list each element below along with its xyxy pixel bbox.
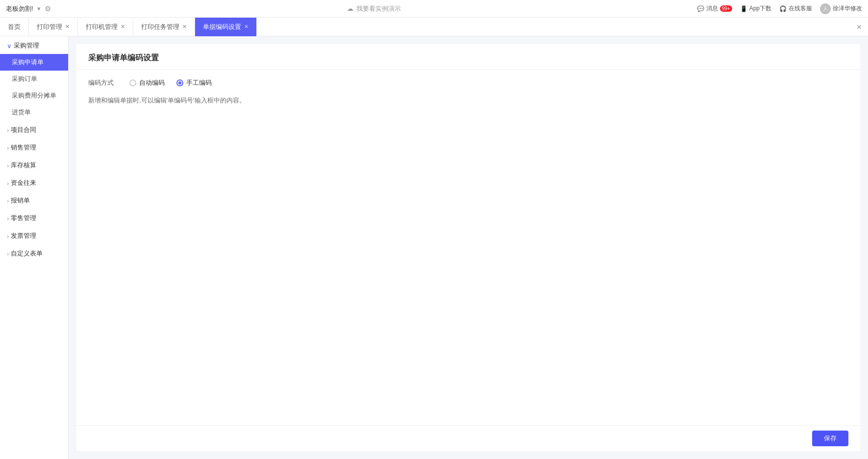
sidebar-item-purchase-order[interactable]: 采购订单 <box>0 71 68 87</box>
project-contract-arrow: › <box>7 127 9 134</box>
message-button[interactable]: 💬 消息 99+ <box>697 4 732 13</box>
cloud-icon: ☁ <box>347 5 353 12</box>
avatar: 人 <box>820 3 831 14</box>
sidebar: ∨ 采购管理 采购申请单 采购订单 采购费用分摊单 进货单 › <box>0 36 69 459</box>
page-title: 采购申请单编码设置 <box>88 53 159 62</box>
coding-method-row: 编码方式 自动编码 手工编码 <box>88 78 848 87</box>
user-area[interactable]: 人 徐泽华修改 <box>820 3 862 14</box>
app-download-label: App下数 <box>749 4 771 13</box>
settings-icon[interactable]: ⚙ <box>45 4 51 13</box>
radio-auto-label: 自动编码 <box>139 78 165 87</box>
sidebar-group-sales[interactable]: › 销售管理 <box>0 138 68 156</box>
sidebar-item-stock-in[interactable]: 进货单 <box>0 104 68 121</box>
top-bar-right: 💬 消息 99+ 📱 App下数 🎧 在线客服 人 徐泽华修改 <box>697 3 862 14</box>
tab-print-task-mgmt-close[interactable]: ✕ <box>182 24 187 30</box>
purchase-collapse-arrow: ∨ <box>7 42 12 50</box>
top-bar-center: ☁ 我要看实例演示 <box>347 4 401 13</box>
inventory-arrow: › <box>7 162 9 169</box>
content-card: 采购申请单编码设置 编码方式 自动编码 <box>76 44 860 451</box>
tab-printer-mgmt-label: 打印机管理 <box>86 23 118 31</box>
radio-manual-circle <box>176 79 183 86</box>
sidebar-item-purchase-expense[interactable]: 采购费用分摊单 <box>0 87 68 104</box>
user-name: 徐泽华修改 <box>833 4 862 13</box>
top-bar-left: 老板勿割! ▾ ⚙ <box>6 4 51 13</box>
tab-home-label: 首页 <box>8 23 21 31</box>
message-badge: 99+ <box>720 5 732 12</box>
close-all-icon: ✕ <box>856 23 862 31</box>
radio-manual-dot <box>178 81 181 84</box>
tab-printer-mgmt-close[interactable]: ✕ <box>121 24 125 30</box>
sales-arrow: › <box>7 144 9 152</box>
info-text: 新增和编辑单据时,可以编辑'单编码号'输入框中的内容。 <box>88 96 848 105</box>
tab-home[interactable]: 首页 <box>0 18 29 36</box>
tab-print-mgmt-close[interactable]: ✕ <box>65 24 70 30</box>
sidebar-group-invoice[interactable]: › 发票管理 <box>0 227 68 244</box>
close-all-tabs[interactable]: ✕ <box>850 23 868 31</box>
tab-printer-mgmt[interactable]: 打印机管理 ✕ <box>78 18 133 36</box>
tab-bar: 首页 打印管理 ✕ 打印机管理 ✕ 打印任务管理 ✕ 单据编码设置 ✕ ✕ <box>0 18 868 36</box>
sidebar-item-purchase-request[interactable]: 采购申请单 <box>0 54 68 71</box>
sidebar-group-retail[interactable]: › 零售管理 <box>0 209 68 227</box>
sidebar-group-funds[interactable]: › 资金往来 <box>0 174 68 191</box>
sidebar-group-project-contract[interactable]: › 项目合同 <box>0 121 68 138</box>
headset-icon: 🎧 <box>779 5 787 12</box>
radio-auto-coding[interactable]: 自动编码 <box>129 78 165 87</box>
custom-forms-arrow: › <box>7 250 9 257</box>
retail-arrow: › <box>7 215 9 222</box>
purchase-group-label: 采购管理 <box>14 41 39 50</box>
app-download-button[interactable]: 📱 App下数 <box>740 4 771 13</box>
funds-arrow: › <box>7 179 9 187</box>
app-download-icon: 📱 <box>740 5 747 12</box>
content-body: 编码方式 自动编码 手工编码 <box>76 70 860 256</box>
tab-barcode-settings-close[interactable]: ✕ <box>244 24 248 30</box>
radio-manual-label: 手工编码 <box>186 78 212 87</box>
content-area: 采购申请单编码设置 编码方式 自动编码 <box>69 36 868 459</box>
main-layout: ∨ 采购管理 采购申请单 采购订单 采购费用分摊单 进货单 › <box>0 36 868 459</box>
tab-print-mgmt[interactable]: 打印管理 ✕ <box>29 18 78 36</box>
sidebar-group-purchase-title[interactable]: ∨ 采购管理 <box>0 36 68 54</box>
radio-manual-coding[interactable]: 手工编码 <box>176 78 212 87</box>
invoice-arrow: › <box>7 232 9 240</box>
tab-print-task-mgmt[interactable]: 打印任务管理 ✕ <box>133 18 195 36</box>
sidebar-group-purchase: ∨ 采购管理 采购申请单 采购订单 采购费用分摊单 进货单 <box>0 36 68 121</box>
sidebar-group-custom-forms[interactable]: › 自定义表单 <box>0 244 68 262</box>
card-footer: 保存 <box>76 425 860 451</box>
online-service-label: 在线客服 <box>789 4 812 13</box>
tab-print-task-mgmt-label: 打印任务管理 <box>141 23 179 31</box>
tab-barcode-settings-label: 单据编码设置 <box>203 23 241 31</box>
sidebar-group-returns[interactable]: › 报销单 <box>0 191 68 209</box>
online-service-button[interactable]: 🎧 在线客服 <box>779 4 812 13</box>
returns-arrow: › <box>7 197 9 204</box>
dropdown-icon[interactable]: ▾ <box>37 5 41 12</box>
content-header: 采购申请单编码设置 <box>76 44 860 70</box>
coding-method-label: 编码方式 <box>88 78 114 87</box>
logo-text: 老板勿割! <box>6 4 33 13</box>
message-icon: 💬 <box>697 5 704 12</box>
demo-text[interactable]: 我要看实例演示 <box>356 4 401 13</box>
save-button[interactable]: 保存 <box>812 431 848 446</box>
tab-print-mgmt-label: 打印管理 <box>37 23 62 31</box>
message-label: 消息 <box>706 4 718 13</box>
sidebar-group-inventory[interactable]: › 库存核算 <box>0 156 68 174</box>
top-bar: 老板勿割! ▾ ⚙ ☁ 我要看实例演示 💬 消息 99+ 📱 App下数 🎧 在… <box>0 0 868 18</box>
radio-auto-circle <box>129 79 136 86</box>
tab-barcode-settings[interactable]: 单据编码设置 ✕ <box>195 18 257 36</box>
